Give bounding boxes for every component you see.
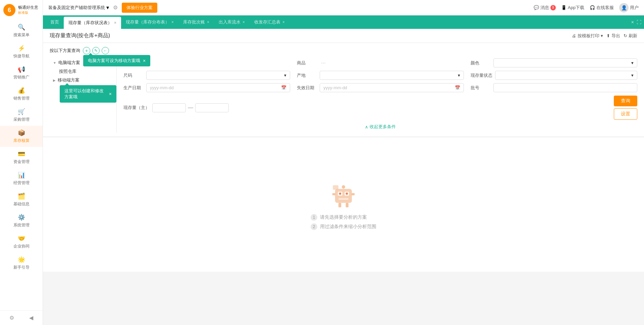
- logo-text: 畅通好生意: [18, 5, 38, 10]
- sidebar-item-label: 经营管理: [13, 180, 30, 186]
- stock-range: —: [152, 103, 229, 112]
- sidebar-nav: 🔍 搜索菜单 ⚡ 快捷导航 📢 营销推广 💰 销售管理 🛒 采购管理 📦 库存核…: [0, 20, 43, 310]
- sidebar-item-label: 采购管理: [13, 117, 30, 122]
- popup2-close-icon[interactable]: ×: [109, 91, 112, 97]
- tab-inventory-status[interactable]: 现存量（库存状况表） ×: [64, 17, 121, 29]
- back-scheme-button[interactable]: ←: [102, 47, 109, 54]
- sidebar-item-quick[interactable]: ⚡ 快捷导航: [0, 41, 43, 62]
- tab-home[interactable]: 首页: [46, 15, 64, 29]
- logo-badge: 标准版: [18, 10, 38, 15]
- color-select[interactable]: ▾: [493, 58, 637, 67]
- refresh-button[interactable]: ↻ 刷新: [624, 33, 637, 39]
- scheme-panel: ▼ 电脑端方案 按照仓库 ▶ 移动端方案: [50, 58, 117, 132]
- export-button[interactable]: ⬆ 导出: [606, 33, 620, 39]
- guide-icon: 🌟: [18, 256, 25, 263]
- svg-rect-0: [335, 189, 352, 203]
- app-download-action[interactable]: 📱 App下载: [561, 5, 584, 11]
- collapse-label: 收起更多条件: [370, 124, 396, 130]
- sidebar-item-inventory[interactable]: 📦 库存核算: [0, 126, 43, 147]
- quick-icon: ⚡: [18, 45, 25, 52]
- svg-point-4: [346, 193, 348, 195]
- size-select[interactable]: ▾: [146, 71, 290, 80]
- stock-min-input[interactable]: [152, 103, 186, 112]
- tab-label: 现存量（库存状况表）: [68, 20, 112, 26]
- edit-scheme-button[interactable]: ✎: [92, 47, 100, 54]
- sidebar-item-operation[interactable]: 📊 经营管理: [0, 168, 43, 189]
- tab-label: 收发存汇总表: [254, 19, 280, 25]
- filter-row-4: 现存量（主） — 查询 设置: [123, 96, 637, 120]
- online-service-action[interactable]: 🎧 在线客服: [590, 5, 614, 11]
- tab-close-icon[interactable]: ×: [243, 20, 245, 24]
- user-action[interactable]: 👤 用户: [619, 3, 639, 12]
- prod-date-input[interactable]: yyyy-mm-dd 📅: [146, 83, 290, 92]
- svg-rect-10: [333, 185, 338, 189]
- query-buttons: 查询 设置: [614, 96, 637, 120]
- sidebar-item-label: 营销推广: [13, 74, 30, 80]
- tab-close-all-icon[interactable]: ×: [631, 19, 634, 25]
- query-button[interactable]: 查询: [614, 96, 637, 106]
- tab-batch-accounts[interactable]: 库存批次账 ×: [178, 15, 214, 29]
- svg-rect-5: [338, 198, 348, 200]
- print-button[interactable]: 🖨 按模板打印 ▾: [572, 33, 603, 39]
- sidebar-item-label: 销售管理: [13, 96, 30, 101]
- scheme-mobile[interactable]: ▶ 移动端方案: [53, 76, 112, 85]
- app-icon: 📱: [561, 5, 567, 10]
- tab-close-icon[interactable]: ×: [207, 20, 209, 24]
- scheme-popup-2: 这里可以创建和修改方案哦 ×: [60, 85, 116, 103]
- settings-footer-icon[interactable]: ⚙: [9, 315, 14, 321]
- sidebar-item-search[interactable]: 🔍 搜索菜单: [0, 20, 43, 41]
- scheme-desktop-items: 按照仓库: [59, 67, 112, 76]
- collapse-sidebar-icon[interactable]: ◀: [29, 315, 33, 321]
- sidebar-item-system[interactable]: ⚙️ 系统管理: [0, 210, 43, 231]
- tab-close-icon[interactable]: ×: [282, 20, 285, 24]
- stock-status-select[interactable]: ▾: [495, 71, 637, 80]
- sidebar-item-cooperation[interactable]: 🤝 企业协同: [0, 231, 43, 253]
- system-name-dropdown[interactable]: 装备及固定资产辅助管理系统 ▾: [48, 4, 109, 11]
- experience-button[interactable]: 体验行业方案: [122, 3, 157, 13]
- stock-status-dropdown-icon: ▾: [631, 73, 634, 78]
- refresh-icon: ↻: [624, 33, 627, 38]
- stock-main-label: 现存量（主）: [123, 105, 150, 111]
- scheme-item-1[interactable]: 按照仓库: [59, 67, 112, 76]
- tab-receive-send[interactable]: 收发存汇总表 ×: [250, 15, 289, 29]
- tab-close-icon[interactable]: ×: [114, 20, 116, 25]
- tab-in-out[interactable]: 出入库流水 ×: [214, 15, 250, 29]
- search-icon: 🔍: [18, 23, 25, 31]
- filter-size: 尺码 ▾: [123, 71, 290, 80]
- message-action[interactable]: 💬 消息 9: [534, 5, 556, 11]
- origin-select[interactable]: ▾: [320, 71, 464, 80]
- collapse-button[interactable]: ∧ 收起更多条件: [123, 121, 637, 132]
- sidebar-item-basic[interactable]: 🗂️ 基础信息: [0, 189, 43, 210]
- tab-close-icon[interactable]: ×: [171, 20, 174, 24]
- reset-button[interactable]: 设置: [614, 108, 637, 120]
- batch-input[interactable]: [493, 83, 637, 92]
- origin-label: 产地: [297, 72, 317, 78]
- popup1-close-icon[interactable]: ×: [143, 58, 146, 63]
- page-header-actions: 🖨 按模板打印 ▾ ⬆ 导出 ↻ 刷新: [572, 33, 637, 39]
- arrow-icon: ▼: [53, 61, 56, 65]
- sidebar-item-marketing[interactable]: 📢 营销推广: [0, 62, 43, 84]
- filter-title-row: 按以下方案查询 + ✎ ← 电脑方案可设为移动方案哦 ×: [50, 47, 637, 54]
- popup2-text: 这里可以创建和修改方案哦: [64, 88, 106, 100]
- sidebar-item-finance[interactable]: 💳 资金管理: [0, 147, 43, 168]
- tab-maximize-icon[interactable]: ⛶: [637, 19, 641, 25]
- filter-prod-date: 生产日期 yyyy-mm-dd 📅: [123, 83, 290, 92]
- filter-row-2: 尺码 ▾ 产地 ▾: [123, 71, 637, 80]
- svg-rect-6: [332, 193, 336, 196]
- tab-inventory-dist[interactable]: 现存量（库存分布表） ×: [121, 15, 178, 29]
- filter-row-1: ··· ··· 商品 ··· 颜色 ▾: [123, 58, 637, 67]
- prod-date-placeholder: yyyy-mm-dd: [150, 85, 174, 90]
- message-icon: 💬: [534, 5, 539, 10]
- main-content: 装备及固定资产辅助管理系统 ▾ ⚙ 体验行业方案 💬 消息 9 📱 App下载 …: [43, 0, 644, 325]
- empty-step-2: 2 用过滤条件来缩小分析范围: [311, 223, 376, 230]
- settings-icon[interactable]: ⚙: [113, 4, 118, 11]
- sidebar-item-purchase[interactable]: 🛒 采购管理: [0, 105, 43, 126]
- stock-max-input[interactable]: [195, 103, 229, 112]
- sidebar-item-sales[interactable]: 💰 销售管理: [0, 84, 43, 105]
- color-label: 颜色: [471, 60, 491, 66]
- expire-date-input[interactable]: yyyy-mm-dd 📅: [320, 83, 464, 92]
- sidebar-item-guide[interactable]: 🌟 新手引导: [0, 253, 43, 274]
- header-right: 💬 消息 9 📱 App下载 🎧 在线客服 👤 用户: [534, 3, 639, 12]
- product-more-icon[interactable]: ···: [320, 60, 327, 66]
- empty-illustration: [327, 179, 360, 214]
